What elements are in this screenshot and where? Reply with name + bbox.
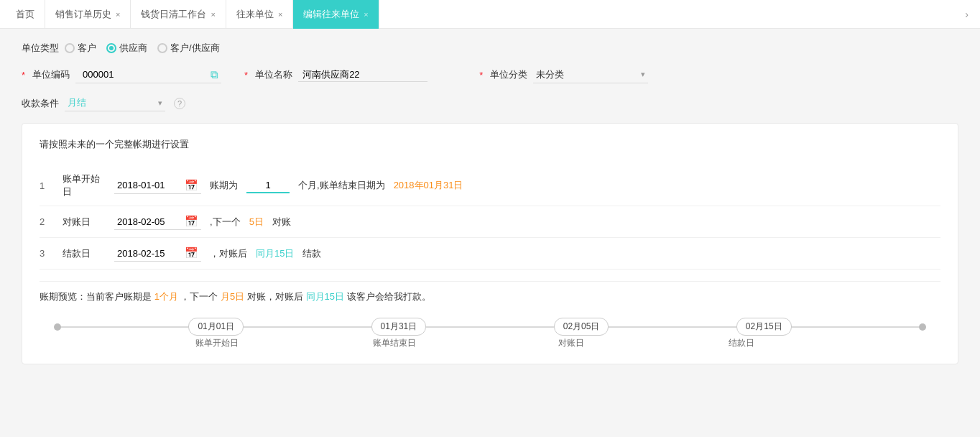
preview-2: ，下一个 xyxy=(180,291,218,302)
chevron-down-icon: ▾ xyxy=(641,70,645,79)
close-icon[interactable]: × xyxy=(211,10,215,19)
tab-edit-counterparty[interactable]: 编辑往来单位 × xyxy=(293,0,379,29)
close-icon[interactable]: × xyxy=(278,10,282,19)
payment-label: 收款条件 xyxy=(22,97,59,110)
tl-line-2 xyxy=(244,326,371,328)
row-num-1: 1 xyxy=(40,180,54,191)
radio-supplier[interactable]: 供应商 xyxy=(106,42,147,55)
preview-prefix: 账期预览：当前客户账期是 xyxy=(40,291,152,302)
tab-home[interactable]: 首页 xyxy=(6,0,45,29)
tl-label-3: 对账日 xyxy=(550,337,593,349)
row-num-2: 2 xyxy=(40,216,54,227)
calendar-icon-3[interactable]: 📅 xyxy=(185,247,198,259)
tl-end-dot xyxy=(919,323,926,331)
settings-row-2: 2 对账日 📅 ,下一个 5日 对账 xyxy=(40,206,940,238)
date-field-2[interactable] xyxy=(117,216,182,227)
tl-label-1: 账单开始日 xyxy=(188,337,246,349)
required-star-code: * xyxy=(22,70,25,80)
row-num-3: 3 xyxy=(40,248,54,259)
calendar-icon-1[interactable]: 📅 xyxy=(185,179,198,192)
settings-card: 请按照未来的一个完整帐期进行设置 1 账单开始日 📅 账期为 个月,账单结束日期… xyxy=(22,123,958,364)
row-prefix-2: ,下一个 xyxy=(210,216,241,229)
row-suffix-3: 结款 xyxy=(302,247,321,260)
month-input[interactable] xyxy=(246,178,290,193)
unit-type-label: 单位类型 xyxy=(22,42,59,55)
copy-icon[interactable]: ⧉ xyxy=(211,68,218,81)
row-highlight-3: 同月15日 xyxy=(256,247,294,260)
page-content: 单位类型 客户 供应商 客户/供应商 * 单位编码 xyxy=(0,29,980,437)
tl-line-5 xyxy=(792,326,919,328)
radio-supplier-label: 供应商 xyxy=(119,42,147,55)
tl-line-3 xyxy=(426,326,553,328)
tl-start-dot xyxy=(54,323,61,331)
tab-arrow[interactable]: › xyxy=(959,9,974,20)
row-suffix-2: 对账 xyxy=(272,216,291,229)
preview-highlight-month: 1个月 xyxy=(154,291,178,302)
tl-badge-3: 02月05日 xyxy=(554,318,609,336)
row-highlight-2: 5日 xyxy=(249,216,264,229)
chevron-down-icon: ▾ xyxy=(158,98,162,108)
preview-highlight-payment: 同月15日 xyxy=(306,291,344,302)
tab-home-label: 首页 xyxy=(16,8,34,21)
payment-select[interactable]: 月结 ▾ xyxy=(65,95,165,111)
tab-cashier-label: 钱货日清工作台 xyxy=(141,8,206,21)
timeline-labels: 账单开始日 账单结束日 对账日 结款日 xyxy=(54,337,926,349)
tl-badge-4: 02月15日 xyxy=(736,318,792,336)
unit-name-group: * 单位名称 xyxy=(244,68,427,82)
preview-section: 账期预览：当前客户账期是 1个月 ，下一个 月5日 对账，对账后 同月15日 该… xyxy=(40,281,940,349)
date-input-3: 📅 xyxy=(114,245,201,262)
unit-class-value: 未分类 xyxy=(536,68,637,81)
unit-code-group: * 单位编码 ⧉ xyxy=(22,66,221,83)
unit-class-group: * 单位分类 未分类 ▾ xyxy=(479,67,648,83)
tab-sales-history[interactable]: 销售订单历史 × xyxy=(45,0,131,29)
date-input-1: 📅 xyxy=(114,178,201,194)
settings-row-1: 1 账单开始日 📅 账期为 个月,账单结束日期为 2018年01月31日 xyxy=(40,165,940,206)
unit-name-label: 单位名称 xyxy=(255,68,292,81)
radio-both-label: 客户/供应商 xyxy=(170,42,220,55)
date-field-1[interactable] xyxy=(117,180,182,190)
row-after-1: 个月,账单结束日期为 xyxy=(298,179,385,192)
row-type-3: 结款日 xyxy=(63,247,106,260)
timeline: 01月01日 01月31日 02月05日 02月15日 xyxy=(54,318,926,336)
tl-node-3: 02月05日 xyxy=(554,318,609,336)
tab-counterparty-label: 往来单位 xyxy=(236,8,274,21)
tl-label-2: 账单结束日 xyxy=(366,337,423,349)
radio-supplier-circle xyxy=(106,43,116,53)
row-highlight-1: 2018年01月31日 xyxy=(394,179,463,192)
payment-group: 收款条件 月结 ▾ ? xyxy=(22,95,185,111)
tl-node-2: 01月31日 xyxy=(371,318,427,336)
tl-badge-1: 01月01日 xyxy=(188,318,244,336)
close-icon[interactable]: × xyxy=(364,10,368,19)
row-type-1: 账单开始日 xyxy=(63,172,106,198)
unit-type-group: 单位类型 客户 供应商 客户/供应商 xyxy=(22,42,220,55)
required-star-name: * xyxy=(244,70,248,80)
calendar-icon-2[interactable]: 📅 xyxy=(185,215,198,228)
unit-class-label: 单位分类 xyxy=(490,68,527,81)
unit-code-label: 单位编码 xyxy=(32,68,70,81)
tab-edit-counterparty-label: 编辑往来单位 xyxy=(303,8,359,21)
tl-label-4: 结款日 xyxy=(720,337,763,349)
tab-cashier[interactable]: 钱货日清工作台 × xyxy=(131,0,226,29)
unit-name-input[interactable] xyxy=(298,68,427,82)
tab-counterparty[interactable]: 往来单位 × xyxy=(226,0,293,29)
card-title: 请按照未来的一个完整帐期进行设置 xyxy=(40,138,940,151)
timeline-container: 01月01日 01月31日 02月05日 02月15日 xyxy=(40,318,940,349)
close-icon[interactable]: × xyxy=(116,10,120,19)
preview-4: 该客户会给我打款。 xyxy=(347,291,431,302)
unit-type-radios: 客户 供应商 客户/供应商 xyxy=(65,42,220,55)
unit-code-input[interactable] xyxy=(78,68,208,81)
tl-badge-2: 01月31日 xyxy=(371,318,427,336)
radio-customer-circle xyxy=(65,43,75,53)
radio-both[interactable]: 客户/供应商 xyxy=(157,42,220,55)
required-star-class: * xyxy=(479,70,483,80)
row-type-2: 对账日 xyxy=(63,216,106,229)
preview-highlight-day: 月5日 xyxy=(221,291,244,302)
radio-customer[interactable]: 客户 xyxy=(65,42,96,55)
preview-text: 账期预览：当前客户账期是 1个月 ，下一个 月5日 对账，对账后 同月15日 该… xyxy=(40,290,940,303)
tl-node-4: 02月15日 xyxy=(736,318,792,336)
payment-row: 收款条件 月结 ▾ ? xyxy=(22,95,958,111)
help-icon[interactable]: ? xyxy=(174,98,185,109)
settings-row-3: 3 结款日 📅 ，对账后 同月15日 结款 xyxy=(40,238,940,270)
date-field-3[interactable] xyxy=(117,248,182,259)
unit-class-select[interactable]: 未分类 ▾ xyxy=(533,67,648,83)
